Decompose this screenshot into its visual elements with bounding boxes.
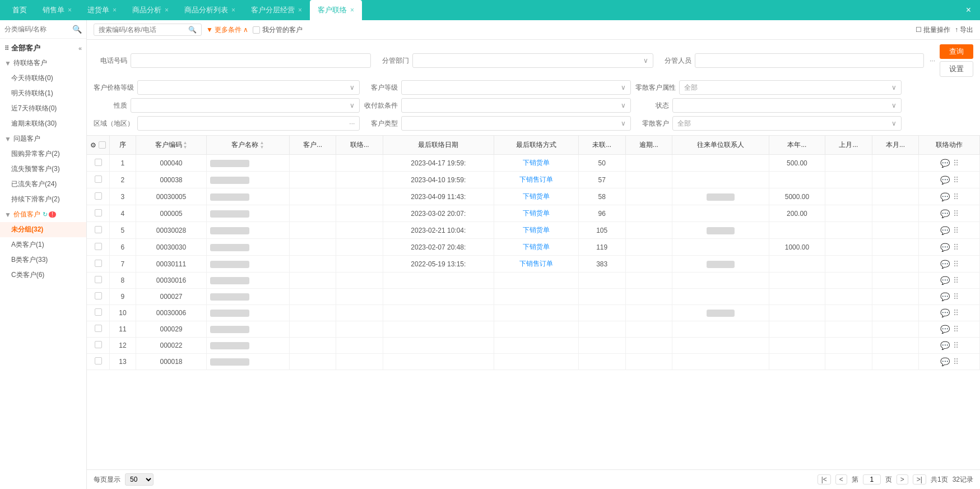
my-customer-checkbox-area[interactable]: 我分管的客户 xyxy=(253,25,303,35)
row-checkbox-8[interactable] xyxy=(95,292,102,299)
sidebar-item-churn-warning[interactable]: 流失预警客户(3) xyxy=(0,162,86,177)
row-checkbox-1[interactable] xyxy=(95,176,102,183)
more-icon-12[interactable]: ⠿ xyxy=(953,357,959,366)
chat-icon-5[interactable]: 💬 xyxy=(940,243,950,252)
last-method-link[interactable]: 下销货单 xyxy=(523,159,550,167)
more-icon-7[interactable]: ⠿ xyxy=(953,276,959,285)
retail-attr-select[interactable]: 全部 ∨ xyxy=(679,80,902,95)
row-checkbox-10[interactable] xyxy=(95,325,102,332)
sidebar-item-churned[interactable]: 已流失客户(24) xyxy=(0,177,86,192)
retail-customer-select[interactable]: 全部 ∨ xyxy=(672,116,902,131)
tab-product-analysis[interactable]: 商品分析 × xyxy=(124,0,177,20)
next-page-btn[interactable]: > xyxy=(897,474,908,485)
row-checkbox-5[interactable] xyxy=(95,243,102,250)
more-icon-8[interactable]: ⠿ xyxy=(953,292,959,301)
row-checkbox-0[interactable] xyxy=(95,159,102,166)
dept-select[interactable]: ∨ xyxy=(412,53,653,68)
sidebar-search-input[interactable] xyxy=(4,25,72,33)
header-checkbox[interactable] xyxy=(99,141,106,149)
toolbar-search-icon[interactable]: 🔍 xyxy=(188,26,197,34)
chat-icon-0[interactable]: 💬 xyxy=(940,159,950,168)
region-select[interactable]: ··· xyxy=(137,116,360,131)
chat-icon-10[interactable]: 💬 xyxy=(940,325,950,334)
row-checkbox-7[interactable] xyxy=(95,276,102,283)
sync-icon[interactable]: ↻ xyxy=(43,211,48,218)
payment-select[interactable]: ∨ xyxy=(401,98,630,113)
last-method-link[interactable]: 下销货单 xyxy=(523,209,550,217)
sidebar-item-7days[interactable]: 近7天待联络(0) xyxy=(0,101,86,116)
close-purchase-tab[interactable]: × xyxy=(113,6,117,14)
close-window-btn[interactable]: × xyxy=(962,5,976,15)
sidebar-item-b-class[interactable]: B类客户(33) xyxy=(0,252,86,267)
sidebar-item-today[interactable]: 今天待联络(0) xyxy=(0,71,86,86)
more-icon-11[interactable]: ⠿ xyxy=(953,341,959,350)
chat-icon-11[interactable]: 💬 xyxy=(940,341,950,350)
chat-icon-8[interactable]: 💬 xyxy=(940,292,950,301)
sidebar-item-c-class[interactable]: C类客户(6) xyxy=(0,267,86,283)
my-customer-checkbox[interactable] xyxy=(253,26,260,34)
first-page-btn[interactable]: |< xyxy=(818,474,831,485)
sort-code[interactable]: ▲▼ xyxy=(183,141,188,150)
settings-icon[interactable]: ⚙ xyxy=(90,141,96,149)
more-icon-5[interactable]: ⠿ xyxy=(953,243,959,252)
chat-icon-4[interactable]: 💬 xyxy=(940,226,950,235)
sidebar-search-icon[interactable]: 🔍 xyxy=(72,25,82,34)
manager-input[interactable] xyxy=(695,53,924,68)
page-size-select[interactable]: 50 100 200 xyxy=(125,473,154,486)
col-code[interactable]: 客户编码 ▲▼ xyxy=(136,136,206,155)
manager-dots[interactable]: ··· xyxy=(930,57,935,64)
prev-page-btn[interactable]: < xyxy=(835,474,847,485)
sort-name[interactable]: ▲▼ xyxy=(259,141,264,150)
row-checkbox-11[interactable] xyxy=(95,341,102,348)
chat-icon-2[interactable]: 💬 xyxy=(940,192,950,201)
chat-icon-7[interactable]: 💬 xyxy=(940,276,950,285)
row-checkbox-4[interactable] xyxy=(95,226,102,233)
more-icon-6[interactable]: ⠿ xyxy=(953,260,959,269)
sidebar-item-ungroup[interactable]: 未分组(32) xyxy=(0,222,86,237)
last-method-link[interactable]: 下销货单 xyxy=(523,243,550,251)
tab-purchase[interactable]: 进货单 × xyxy=(80,0,124,20)
page-num-input[interactable] xyxy=(863,474,881,485)
sidebar-item-a-class[interactable]: A类客户(1) xyxy=(0,237,86,252)
sidebar-group-problem[interactable]: ▼ 问题客户 xyxy=(0,131,86,146)
tab-sales[interactable]: 销售单 × xyxy=(35,0,80,20)
sidebar-item-abnormal[interactable]: 囤购异常客户(2) xyxy=(0,146,86,162)
status-select[interactable]: ∨ xyxy=(672,98,902,113)
tab-customer-segmentation[interactable]: 客户分层经营 × xyxy=(243,0,310,20)
sidebar-group-pending[interactable]: ▼ 待联络客户 xyxy=(0,56,86,71)
chat-icon-9[interactable]: 💬 xyxy=(940,308,950,317)
row-checkbox-2[interactable] xyxy=(95,192,102,200)
region-dots[interactable]: ··· xyxy=(349,119,355,127)
query-btn[interactable]: 查询 xyxy=(940,44,973,59)
sidebar-item-declining[interactable]: 持续下滑客户(2) xyxy=(0,192,86,207)
close-customer-segmentation-tab[interactable]: × xyxy=(298,6,302,14)
customer-type-select[interactable]: ∨ xyxy=(401,116,630,131)
more-icon-10[interactable]: ⠿ xyxy=(953,325,959,334)
last-method-link[interactable]: 下销货单 xyxy=(523,192,550,200)
more-icon-4[interactable]: ⠿ xyxy=(953,226,959,235)
sidebar-group-value[interactable]: ▼ 价值客户 ↻ ! xyxy=(0,207,86,222)
sidebar-item-overdue[interactable]: 逾期未联络(30) xyxy=(0,116,86,131)
more-icon-1[interactable]: ⠿ xyxy=(953,176,959,184)
more-icon-9[interactable]: ⠿ xyxy=(953,308,959,317)
more-icon-2[interactable]: ⠿ xyxy=(953,192,959,201)
last-method-link[interactable]: 下销售订单 xyxy=(519,260,553,267)
phone-input[interactable] xyxy=(131,53,371,68)
close-product-analysis-list-tab[interactable]: × xyxy=(231,6,235,14)
tab-customer-contact[interactable]: 客户联络 × xyxy=(310,0,362,20)
chat-icon-3[interactable]: 💬 xyxy=(940,209,950,218)
batch-ops-btn[interactable]: ☐ 批量操作 xyxy=(916,25,950,35)
col-name[interactable]: 客户名称 ▲▼ xyxy=(207,136,290,155)
more-icon-3[interactable]: ⠿ xyxy=(953,209,959,218)
tab-product-analysis-list[interactable]: 商品分析列表 × xyxy=(177,0,243,20)
more-filter-btn[interactable]: ▼ 更多条件 ∧ xyxy=(206,25,248,35)
row-checkbox-9[interactable] xyxy=(95,308,102,316)
close-product-analysis-tab[interactable]: × xyxy=(165,6,169,14)
price-level-select[interactable]: ∨ xyxy=(137,80,360,95)
nature-select[interactable]: ∨ xyxy=(131,98,360,113)
home-tab[interactable]: 首页 xyxy=(4,0,35,20)
export-btn[interactable]: ↑ 导出 xyxy=(955,25,973,35)
more-icon-0[interactable]: ⠿ xyxy=(953,159,959,168)
sidebar-item-tomorrow[interactable]: 明天待联络(1) xyxy=(0,86,86,101)
row-checkbox-6[interactable] xyxy=(95,260,102,267)
